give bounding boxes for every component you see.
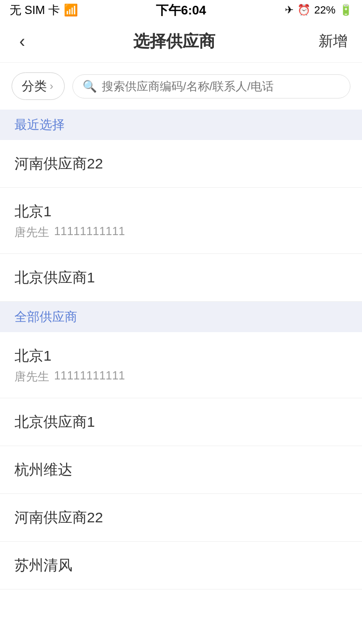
all-item-4-name: 苏州清风 xyxy=(14,555,348,575)
recent-item-1-contact: 唐先生 xyxy=(14,224,49,240)
recent-item-0-name: 河南供应商22 xyxy=(14,154,348,174)
recent-item-2[interactable]: 北京供应商1 xyxy=(0,254,362,302)
recent-item-2-name: 北京供应商1 xyxy=(14,267,348,288)
alarm-icon: ⏰ xyxy=(297,4,310,16)
all-item-3[interactable]: 河南供应商22 xyxy=(0,494,362,542)
battery-text: 22% xyxy=(314,4,335,16)
status-bar: 无 SIM 卡 📶 下午6:04 ✈ ⏰ 22% 🔋 xyxy=(0,0,362,20)
search-box[interactable]: 🔍 xyxy=(72,74,350,98)
all-item-0[interactable]: 北京1 唐先生 11111111111 xyxy=(0,332,362,398)
recent-section-header: 最近选择 xyxy=(0,110,362,140)
search-input[interactable] xyxy=(102,80,340,93)
nav-bar: ‹ 选择供应商 新增 xyxy=(0,20,362,63)
add-button[interactable]: 新增 xyxy=(319,31,348,51)
all-item-1-name: 北京供应商1 xyxy=(14,412,348,432)
recent-section-label: 最近选择 xyxy=(14,117,65,132)
all-item-2-name: 杭州维达 xyxy=(14,460,348,480)
search-icon: 🔍 xyxy=(83,80,97,93)
all-section-label: 全部供应商 xyxy=(14,309,77,324)
filter-bar: 分类 › 🔍 xyxy=(0,63,362,110)
category-label: 分类 xyxy=(22,78,47,95)
back-button[interactable]: ‹ xyxy=(14,27,30,56)
all-item-1[interactable]: 北京供应商1 xyxy=(0,398,362,446)
recent-item-1-sub: 唐先生 11111111111 xyxy=(14,224,348,240)
all-item-2[interactable]: 杭州维达 xyxy=(0,446,362,494)
category-button[interactable]: 分类 › xyxy=(12,72,65,100)
all-item-0-sub: 唐先生 11111111111 xyxy=(14,369,348,384)
battery-icon: 🔋 xyxy=(339,4,352,16)
recent-item-0[interactable]: 河南供应商22 xyxy=(0,140,362,188)
all-item-4[interactable]: 苏州清风 xyxy=(0,542,362,589)
all-items-list: 北京1 唐先生 11111111111 北京供应商1 杭州维达 河南供应商22 … xyxy=(0,332,362,589)
all-item-0-contact: 唐先生 xyxy=(14,369,49,384)
status-right: ✈ ⏰ 22% 🔋 xyxy=(285,4,352,16)
all-item-3-name: 河南供应商22 xyxy=(14,507,348,528)
recent-item-1-phone: 11111111111 xyxy=(54,224,125,240)
recent-items-list: 河南供应商22 北京1 唐先生 11111111111 北京供应商1 xyxy=(0,140,362,302)
all-section-header: 全部供应商 xyxy=(0,302,362,332)
all-item-0-phone: 11111111111 xyxy=(54,369,125,384)
location-icon: ✈ xyxy=(285,4,293,16)
page-title: 选择供应商 xyxy=(133,30,215,53)
recent-item-1[interactable]: 北京1 唐先生 11111111111 xyxy=(0,188,362,254)
no-sim-text: 无 SIM 卡 xyxy=(10,2,60,18)
wifi-icon: 📶 xyxy=(64,3,78,17)
chevron-right-icon: › xyxy=(50,80,53,93)
recent-item-1-name: 北京1 xyxy=(14,201,348,222)
status-time: 下午6:04 xyxy=(156,2,206,19)
all-item-0-name: 北京1 xyxy=(14,346,348,366)
status-left: 无 SIM 卡 📶 xyxy=(10,2,78,18)
